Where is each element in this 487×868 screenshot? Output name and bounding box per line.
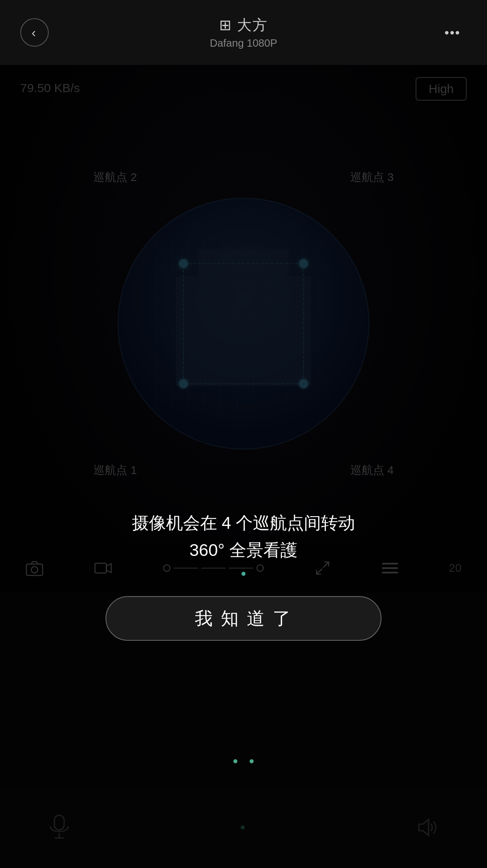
more-button[interactable]: •••	[438, 18, 467, 47]
description-dot	[241, 572, 246, 576]
description-container: 摄像机会在 4 个巡航点间转动 360° 全景看護	[0, 65, 487, 787]
back-button[interactable]: ‹	[20, 18, 49, 47]
header: ‹ ⊞ 大方 Dafang 1080P •••	[0, 0, 487, 65]
dot-right	[250, 759, 254, 763]
app-logo: ⊞ 大方	[210, 15, 277, 35]
more-icon: •••	[444, 25, 461, 40]
back-chevron-icon: ‹	[32, 26, 36, 39]
confirm-button[interactable]: 我 知 道 了	[106, 596, 381, 641]
dots-indicator	[233, 759, 254, 763]
description-line-1: 摄像机会在 4 个巡航点间转动	[132, 509, 356, 536]
dot-left	[233, 759, 237, 763]
header-center: ⊞ 大方 Dafang 1080P	[210, 15, 277, 50]
description-area: 摄像机会在 4 个巡航点间转动 360° 全景看護	[99, 509, 388, 576]
device-name: Dafang 1080P	[210, 37, 277, 50]
description-line-2: 360° 全景看護	[132, 536, 356, 564]
